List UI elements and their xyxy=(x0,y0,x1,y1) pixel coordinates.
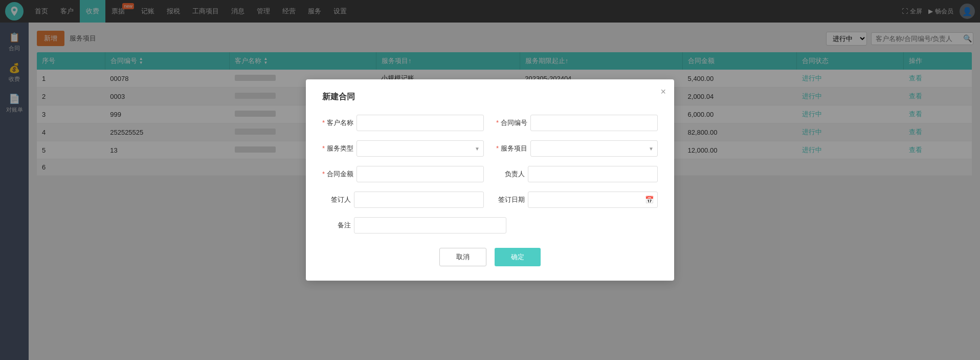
form-group-service-type: 服务类型 ▼ xyxy=(322,140,484,157)
form-row-1: 客户名称 合同编号 xyxy=(322,115,658,131)
form-group-amount: 合同金额 0.00 xyxy=(322,166,484,182)
service-item-label: 服务项目 xyxy=(496,144,527,153)
modal-overlay[interactable]: 新建合同 × 客户名称 合同编号 服务类型 ▼ xyxy=(0,0,980,360)
form-group-signatory: 签订人 xyxy=(322,192,484,208)
customer-name-label: 客户名称 xyxy=(322,118,353,128)
cancel-button[interactable]: 取消 xyxy=(439,248,486,266)
service-item-select[interactable] xyxy=(530,140,658,157)
form-group-remark: 备注 xyxy=(322,217,658,234)
service-type-select-wrapper: ▼ xyxy=(357,140,484,157)
responsible-input[interactable] xyxy=(528,166,658,182)
contract-no-input[interactable] xyxy=(530,115,658,131)
contract-no-label: 合同编号 xyxy=(496,118,527,128)
remark-input[interactable] xyxy=(354,217,506,234)
service-item-select-wrapper: ▼ xyxy=(530,140,658,157)
service-type-select[interactable] xyxy=(357,140,484,157)
form-group-service-item: 服务项目 ▼ xyxy=(496,140,658,157)
form-row-4: 签订人 签订日期 2023-06-06 📅 xyxy=(322,192,658,208)
form-group-sign-date: 签订日期 2023-06-06 📅 xyxy=(496,192,658,208)
service-type-label: 服务类型 xyxy=(322,144,353,153)
customer-name-input[interactable] xyxy=(357,115,484,131)
amount-input[interactable]: 0.00 xyxy=(357,166,484,182)
modal-close-button[interactable]: × xyxy=(660,87,666,97)
form-group-contract-no: 合同编号 xyxy=(496,115,658,131)
remark-label: 备注 xyxy=(322,221,351,230)
signatory-input[interactable] xyxy=(354,192,484,208)
form-group-responsible: 负责人 xyxy=(496,166,658,182)
responsible-label: 负责人 xyxy=(496,170,525,179)
new-contract-modal: 新建合同 × 客户名称 合同编号 服务类型 ▼ xyxy=(306,79,674,281)
sign-date-label: 签订日期 xyxy=(496,195,525,204)
form-group-customer-name: 客户名称 xyxy=(322,115,484,131)
signatory-label: 签订人 xyxy=(322,195,351,204)
modal-footer: 取消 确定 xyxy=(322,248,658,266)
form-row-2: 服务类型 ▼ 服务项目 ▼ xyxy=(322,140,658,157)
form-row-5: 备注 xyxy=(322,217,658,234)
modal-title: 新建合同 xyxy=(322,92,658,102)
confirm-button[interactable]: 确定 xyxy=(495,248,541,266)
sign-date-input[interactable]: 2023-06-06 xyxy=(528,192,658,208)
sign-date-wrapper: 2023-06-06 📅 xyxy=(528,192,658,208)
form-row-3: 合同金额 0.00 负责人 xyxy=(322,166,658,182)
amount-label: 合同金额 xyxy=(322,170,353,179)
